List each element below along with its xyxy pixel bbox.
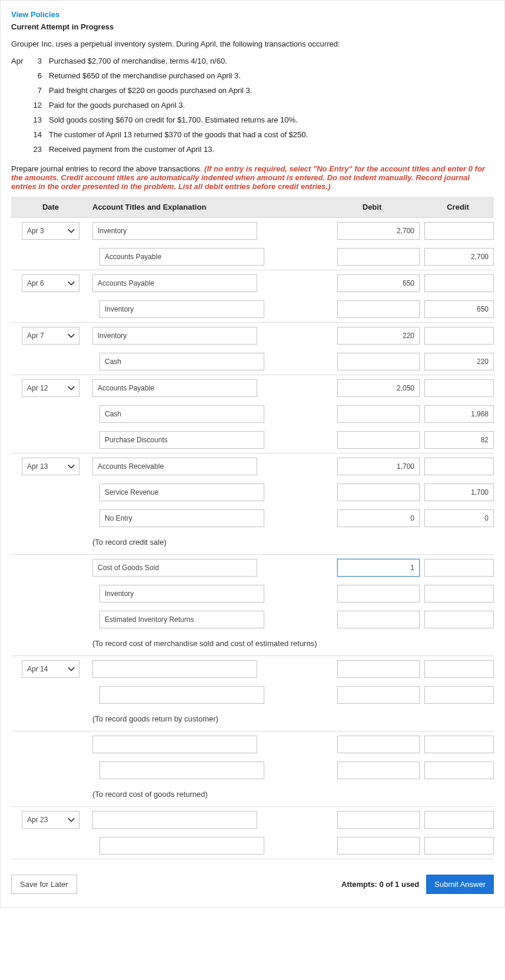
account-input[interactable] [92,660,257,678]
account-input[interactable]: Inventory [99,300,264,318]
debit-input[interactable]: 0 [337,509,420,527]
debit-input[interactable]: 1 [337,559,420,577]
credit-input[interactable]: 220 [424,353,494,370]
tx-desc: The customer of April 13 returned $370 o… [49,130,494,139]
debit-input[interactable] [337,353,420,370]
credit-input[interactable]: 1,968 [424,405,494,423]
account-input[interactable] [92,811,257,829]
credit-input[interactable] [424,837,494,855]
account-input[interactable]: Cash [99,405,264,423]
credit-cell: 220 [422,353,494,370]
account-input[interactable] [99,762,264,779]
account-cell [90,736,335,753]
credit-input[interactable] [424,379,494,397]
credit-input[interactable]: 2,700 [424,248,494,266]
debit-input[interactable] [337,300,420,318]
journal-section: Apr 6Accounts Payable650Inventory650 [11,270,494,323]
explain-row: (To record goods return by customer) [11,708,494,731]
journal-row: Apr 6Accounts Payable650 [11,270,494,296]
debit-cell [335,660,422,678]
save-for-later-button[interactable]: Save for Later [11,875,77,894]
account-input[interactable]: Service Revenue [99,484,264,501]
credit-input[interactable] [424,736,494,753]
date-dropdown[interactable]: Apr 23 [22,811,79,829]
debit-input[interactable] [337,611,420,628]
credit-input[interactable] [424,327,494,345]
date-value: Apr 13 [27,462,48,471]
debit-cell: 220 [335,327,422,345]
credit-input[interactable]: 650 [424,300,494,318]
journal-row: Accounts Payable2,700 [11,244,494,270]
chevron-down-icon [67,279,75,287]
account-input[interactable] [92,736,257,753]
debit-cell: 2,050 [335,379,422,397]
account-input[interactable]: Inventory [99,585,264,602]
explain-row: (To record cost of goods returned) [11,783,494,806]
debit-input[interactable] [337,837,420,855]
credit-input[interactable] [424,686,494,704]
account-input[interactable]: Accounts Payable [92,274,257,292]
date-dropdown[interactable]: Apr 6 [22,274,79,292]
debit-input[interactable] [337,686,420,704]
date-dropdown[interactable]: Apr 3 [22,222,79,240]
debit-input[interactable]: 2,700 [337,222,420,240]
credit-input[interactable]: 0 [424,509,494,527]
account-input[interactable] [99,837,264,855]
tx-day: 12 [31,101,49,110]
submit-answer-button[interactable]: Submit Answer [426,875,494,894]
credit-input[interactable] [424,660,494,678]
credit-input[interactable]: 1,700 [424,484,494,501]
date-dropdown[interactable]: Apr 13 [22,458,79,475]
account-input[interactable]: Cash [99,353,264,370]
credit-input[interactable] [424,274,494,292]
account-input[interactable] [99,686,264,704]
transaction-row: 6Returned $650 of the merchandise purcha… [11,71,494,80]
account-input[interactable]: Accounts Receivable [92,458,257,475]
debit-cell [335,248,422,266]
debit-input[interactable] [337,811,420,829]
debit-input[interactable] [337,484,420,501]
date-dropdown[interactable]: Apr 7 [22,327,79,345]
journal-section: Apr 12Accounts Payable2,050Cash1,968Purc… [11,375,494,453]
credit-input[interactable] [424,458,494,475]
account-input[interactable]: Accounts Payable [92,379,257,397]
debit-input[interactable] [337,736,420,753]
account-input[interactable]: Inventory [92,222,257,240]
account-input[interactable]: Purchase Discounts [99,431,264,449]
journal-section: Apr 7Inventory220Cash220 [11,323,494,375]
debit-input[interactable] [337,585,420,602]
account-input[interactable]: Cost of Goods Sold [92,559,257,577]
credit-input[interactable] [424,559,494,577]
debit-input[interactable] [337,431,420,449]
date-dropdown[interactable]: Apr 14 [22,660,79,678]
date-cell: Apr 23 [11,811,90,829]
credit-input[interactable] [424,811,494,829]
date-dropdown[interactable]: Apr 12 [22,379,79,397]
credit-input[interactable] [424,611,494,628]
account-input[interactable]: Inventory [92,327,257,345]
account-input[interactable]: Accounts Payable [99,248,264,266]
credit-input[interactable] [424,222,494,240]
account-cell: Estimated Inventory Returns [90,611,335,628]
debit-input[interactable] [337,660,420,678]
journal-row: Apr 7Inventory220 [11,323,494,349]
account-input[interactable]: No Entry [99,509,264,527]
journal-row: Purchase Discounts82 [11,427,494,453]
view-policies-link[interactable]: View Policies [11,10,59,19]
credit-input[interactable]: 82 [424,431,494,449]
col-debit: Debit [322,203,422,211]
account-input[interactable]: Estimated Inventory Returns [99,611,264,628]
debit-input[interactable] [337,405,420,423]
debit-input[interactable]: 220 [337,327,420,345]
journal-row: Apr 3Inventory2,700 [11,218,494,244]
debit-input[interactable] [337,248,420,266]
debit-cell: 0 [335,509,422,527]
debit-input[interactable]: 1,700 [337,458,420,475]
date-cell: Apr 7 [11,327,90,345]
account-cell: Purchase Discounts [90,431,335,449]
debit-input[interactable]: 2,050 [337,379,420,397]
debit-input[interactable] [337,762,420,779]
credit-input[interactable] [424,762,494,779]
credit-input[interactable] [424,585,494,602]
debit-input[interactable]: 650 [337,274,420,292]
